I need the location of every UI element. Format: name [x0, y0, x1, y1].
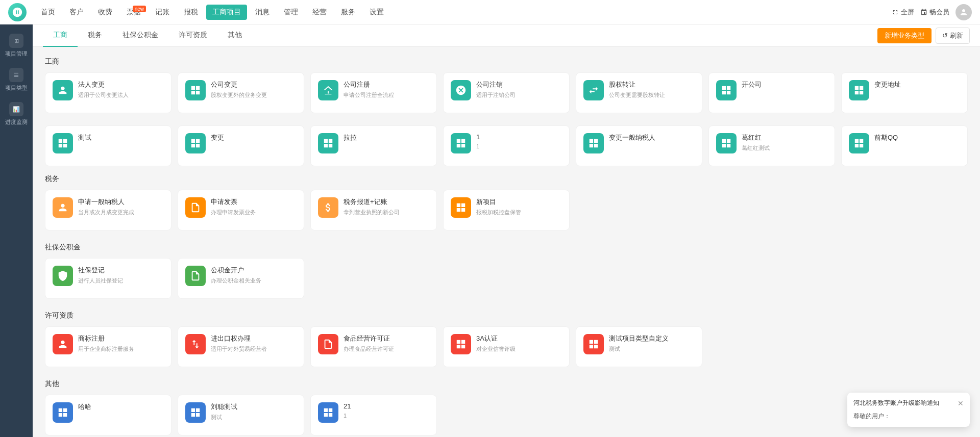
content-area: 工商 法人变更 适用于公司变更法人 公司变更 股权变更外的业务变更 公司注册	[33, 47, 980, 437]
nav-item-经营[interactable]: 经营	[306, 5, 333, 20]
card-公司注销[interactable]: 公司注销 适用于注销公司	[443, 72, 570, 113]
card-icon-测试	[53, 133, 73, 153]
nav-item-客户[interactable]: 客户	[63, 5, 90, 20]
card-desc-申请发票: 办理申请发票业务	[211, 209, 297, 216]
card-公积金开户[interactable]: 公积金开户 办理公积金相关业务	[178, 258, 304, 299]
card-info-哈哈: 哈哈	[78, 402, 164, 414]
card-info-21: 21 1	[344, 402, 429, 420]
card-info-刘聪测试: 刘聪测试 测试	[211, 402, 297, 421]
shuiwu-cards: 申请一般纳税人 当月或次月成变更完成 申请发票 办理申请发票业务 税务报道+记账…	[45, 190, 968, 230]
nav-right: 全屏 畅会员	[892, 4, 972, 20]
card-info-变更一般纳税人: 变更一般纳税人	[609, 133, 695, 144]
sidebar-item-进度监测[interactable]: 📊 进度监测	[0, 97, 33, 131]
card-title-商标注册: 商标注册	[78, 334, 164, 343]
card-前期QQ[interactable]: 前期QQ	[841, 125, 968, 166]
card-葛红红[interactable]: 葛红红 葛红红测试	[708, 125, 835, 166]
card-title-刘聪测试: 刘聪测试	[211, 402, 297, 412]
card-icon-开公司	[716, 80, 737, 100]
card-title-测试: 测试	[78, 133, 164, 142]
nav-item-票据[interactable]: 票据new	[120, 5, 147, 20]
sidebar-item-项目管理[interactable]: ⊞ 项目管理	[0, 29, 33, 63]
card-进出口权办理[interactable]: 进出口权办理 适用于对外贸易经营者	[178, 326, 304, 367]
add-type-button[interactable]: 新增业务类型	[877, 28, 932, 43]
xuke-title: 许可资质	[45, 311, 968, 320]
card-测试项目类型自定义[interactable]: 测试项目类型自定义 测试	[576, 326, 702, 367]
card-股权转让[interactable]: 股权转让 公司变更需要股权转让	[576, 72, 702, 113]
card-icon-哈哈	[53, 402, 73, 423]
card-食品经营许可证[interactable]: 食品经营许可证 办理食品经营许可证	[310, 326, 437, 367]
card-测试[interactable]: 测试	[45, 125, 172, 166]
sidebar-item-项目类型[interactable]: ☰ 项目类型	[0, 63, 33, 97]
card-icon-1	[451, 133, 471, 153]
card-新项目[interactable]: 新项目 报税加税控盘保管	[443, 190, 570, 230]
app-logo[interactable]	[8, 3, 27, 21]
card-变更一般纳税人[interactable]: 变更一般纳税人	[576, 125, 702, 166]
card-desc-进出口权办理: 适用于对外贸易经营者	[211, 345, 297, 353]
card-3A认证[interactable]: 3A认证 对企业信誉评级	[443, 326, 570, 367]
card-info-税务报道+记账: 税务报道+记账 拿到营业执照的新公司	[344, 197, 429, 216]
card-icon-公司变更	[185, 80, 206, 100]
nav-item-服务[interactable]: 服务	[335, 5, 361, 20]
card-icon-申请发票	[185, 197, 206, 218]
card-info-社保登记: 社保登记 进行人员社保登记	[78, 266, 164, 285]
card-税务报道+记账[interactable]: 税务报道+记账 拿到营业执照的新公司	[310, 190, 437, 230]
tab-社保公积金[interactable]: 社保公积金	[112, 24, 168, 47]
card-开公司[interactable]: 开公司	[708, 72, 835, 113]
card-icon-公司注册	[318, 80, 338, 100]
card-变更[interactable]: 变更	[178, 125, 304, 166]
card-desc-社保登记: 进行人员社保登记	[78, 277, 164, 285]
card-商标注册[interactable]: 商标注册 用于企业商标注册服务	[45, 326, 172, 367]
card-info-股权转让: 股权转让 公司变更需要股权转让	[609, 80, 695, 99]
card-社保登记[interactable]: 社保登记 进行人员社保登记	[45, 258, 172, 299]
notification-close[interactable]: ✕	[958, 399, 964, 407]
refresh-button[interactable]: ↺ 刷新	[936, 28, 970, 44]
card-info-申请一般纳税人: 申请一般纳税人 当月或次月成变更完成	[78, 197, 164, 216]
card-info-进出口权办理: 进出口权办理 适用于对外贸易经营者	[211, 334, 297, 353]
card-desc-股权转让: 公司变更需要股权转让	[609, 91, 695, 99]
nav-item-收费[interactable]: 收费	[92, 5, 118, 20]
nav-item-管理[interactable]: 管理	[278, 5, 304, 20]
card-icon-申请一般纳税人	[53, 197, 73, 218]
card-desc-1: 1	[476, 143, 562, 150]
card-info-公司注册: 公司注册 申请公司注册全流程	[344, 80, 429, 99]
card-公司变更[interactable]: 公司变更 股权变更外的业务变更	[178, 72, 304, 113]
card-desc-葛红红: 葛红红测试	[742, 144, 827, 152]
card-1[interactable]: 1 1	[443, 125, 570, 166]
card-拉拉[interactable]: 拉拉	[310, 125, 437, 166]
card-info-测试项目类型自定义: 测试项目类型自定义 测试	[609, 334, 695, 353]
card-title-税务报道+记账: 税务报道+记账	[344, 197, 429, 207]
sidebar-label-项目类型: 项目类型	[5, 84, 28, 92]
tab-工商[interactable]: 工商	[43, 24, 78, 47]
card-公司注册[interactable]: 公司注册 申请公司注册全流程	[310, 72, 437, 113]
card-icon-税务报道+记账	[318, 197, 338, 218]
card-法人变更[interactable]: 法人变更 适用于公司变更法人	[45, 72, 172, 113]
nav-item-工商项目[interactable]: 工商项目	[206, 5, 247, 20]
card-申请一般纳税人[interactable]: 申请一般纳税人 当月或次月成变更完成	[45, 190, 172, 230]
tab-许可资质[interactable]: 许可资质	[168, 24, 217, 47]
card-变更地址[interactable]: 变更地址	[841, 72, 968, 113]
nav-item-记账[interactable]: 记账	[149, 5, 176, 20]
card-info-测试: 测试	[78, 133, 164, 144]
tab-其他[interactable]: 其他	[217, 24, 252, 47]
card-title-公司注册: 公司注册	[344, 80, 429, 89]
nav-item-报税[interactable]: 报税	[178, 5, 204, 20]
nav-item-首页[interactable]: 首页	[35, 5, 61, 20]
card-icon-公司注销	[451, 80, 471, 100]
tab-税务[interactable]: 税务	[78, 24, 112, 47]
card-title-法人变更: 法人变更	[78, 80, 164, 89]
card-title-申请发票: 申请发票	[211, 197, 297, 207]
card-title-测试项目类型自定义: 测试项目类型自定义	[609, 334, 695, 343]
nav-item-消息[interactable]: 消息	[249, 5, 276, 20]
card-title-变更地址: 变更地址	[874, 80, 960, 89]
card-申请发票[interactable]: 申请发票 办理申请发票业务	[178, 190, 304, 230]
card-title-拉拉: 拉拉	[344, 133, 429, 142]
fullscreen-btn[interactable]: 全屏	[892, 8, 914, 17]
member-btn[interactable]: 畅会员	[920, 8, 949, 17]
gongshang-cards-row1: 法人变更 适用于公司变更法人 公司变更 股权变更外的业务变更 公司注册 申请公司…	[45, 72, 968, 113]
card-21[interactable]: 21 1	[310, 395, 437, 435]
user-avatar[interactable]	[955, 4, 972, 20]
card-icon-变更	[185, 133, 206, 153]
card-哈哈[interactable]: 哈哈	[45, 395, 172, 435]
card-刘聪测试[interactable]: 刘聪测试 测试	[178, 395, 304, 435]
nav-item-设置[interactable]: 设置	[363, 5, 390, 20]
